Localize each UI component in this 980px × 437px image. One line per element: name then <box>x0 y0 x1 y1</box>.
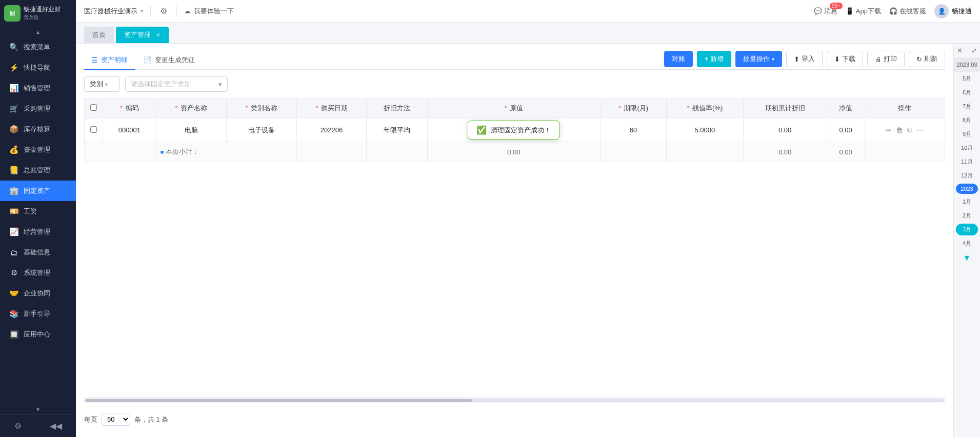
row-checkbox[interactable] <box>90 126 97 133</box>
sidebar-item-guide[interactable]: 📚 新手引导 <box>0 304 76 324</box>
tab-home[interactable]: 首页 <box>84 27 114 43</box>
settings-icon[interactable]: ⚙ <box>10 419 26 433</box>
experience-btn[interactable]: ☁ 我要体验一下 <box>184 7 234 16</box>
sidebar-item-system[interactable]: ⚙ 系统管理 <box>0 263 76 283</box>
month-10[interactable]: 10月 <box>954 141 980 155</box>
sidebar-item-label: 固定资产 <box>24 186 50 195</box>
import-button[interactable]: ⬆ 导入 <box>786 51 823 67</box>
sidebar-logo: 财 畅捷通好业财 普及版 <box>0 0 76 27</box>
experience-label: 我要体验一下 <box>194 7 234 16</box>
th-checkbox <box>85 98 103 118</box>
content-spacer <box>84 168 945 391</box>
sidebar-item-purchase[interactable]: 🛒 采购管理 <box>0 98 76 119</box>
list-icon: ☰ <box>91 56 98 64</box>
sidebar-scroll-up[interactable]: ▲ <box>0 27 76 37</box>
select-all-checkbox[interactable] <box>90 104 97 111</box>
tab-asset-mgmt[interactable]: 资产管理 ✕ <box>116 27 169 43</box>
copy-icon[interactable]: ⧉ <box>907 126 912 134</box>
sidebar-nav: 🔍 搜索菜单 ⚡ 快捷导航 📊 销售管理 🛒 采购管理 📦 库存核算 💰 资金管… <box>0 37 76 405</box>
download-button[interactable]: ⬇ 下载 <box>827 51 863 67</box>
new-label: + 新增 <box>705 54 724 64</box>
logo-icon: 财 <box>4 5 21 22</box>
system-icon: ⚙ <box>9 268 18 277</box>
sidebar-item-apps[interactable]: 🔲 应用中心 <box>0 324 76 345</box>
content-main: ☰ 资产明细 📄 变更生成凭证 对账 + 新增 批量操作 <box>76 44 953 437</box>
td-checkbox <box>85 118 103 142</box>
scrollbar-thumb[interactable] <box>85 399 472 402</box>
year-2023-badge[interactable]: 2023 <box>956 184 978 194</box>
expand-panel-icon[interactable]: ⤢ <box>971 47 977 54</box>
sidebar-scroll-down[interactable]: ▼ <box>0 405 76 414</box>
delete-icon[interactable]: 🗑 <box>896 126 903 134</box>
user-menu[interactable]: 👤 畅捷通 <box>934 4 972 18</box>
company-selector[interactable]: 医疗器械行业演示 ▾ <box>84 7 143 16</box>
reconcile-button[interactable]: 对账 <box>664 51 693 67</box>
sidebar-item-enterprise[interactable]: 🤝 企业协同 <box>0 283 76 304</box>
sub-tabs: ☰ 资产明细 📄 变更生成凭证 对账 + 新增 批量操作 <box>84 51 945 70</box>
month-11[interactable]: 11月 <box>954 155 980 169</box>
subtotal-row: ■ 本页小计： 0.00 0.00 <box>85 142 945 162</box>
date-panel-header[interactable]: 2023.03 <box>954 57 980 72</box>
sidebar-item-quicknav[interactable]: ⚡ 快捷导航 <box>0 57 76 78</box>
download-label: 下载 <box>842 54 855 64</box>
refresh-button[interactable]: ↻ 刷新 <box>909 51 945 67</box>
sidebar-item-inventory[interactable]: 📦 库存核算 <box>0 119 76 140</box>
month-2023-2[interactable]: 2月 <box>954 209 980 223</box>
month-5[interactable]: 5月 <box>954 72 980 86</box>
gear-icon[interactable]: ⚙ <box>158 4 169 18</box>
sub-tab-change-voucher[interactable]: 📄 变更生成凭证 <box>136 51 202 69</box>
month-12[interactable]: 12月 <box>954 169 980 183</box>
month-2023-3[interactable]: 3月 <box>956 224 978 235</box>
sidebar-item-label: 应用中心 <box>24 330 50 339</box>
month-2023-4[interactable]: 4月 <box>954 236 980 250</box>
sidebar-item-assets[interactable]: 🏢 固定资产 <box>0 181 76 201</box>
sidebar-item-search[interactable]: 🔍 搜索菜单 <box>0 37 76 57</box>
page-size-select[interactable]: 50 100 200 <box>102 413 130 426</box>
sidebar-item-payroll[interactable]: 💴 工资 <box>0 201 76 222</box>
sidebar-item-sales[interactable]: 📊 销售管理 <box>0 78 76 98</box>
sidebar-item-label: 企业协同 <box>24 289 50 298</box>
td-subtotal-period <box>600 142 666 162</box>
td-initial-accumulated: 0.00 <box>743 118 827 142</box>
print-button[interactable]: 🖨 打印 <box>867 51 905 67</box>
month-8[interactable]: 8月 <box>954 113 980 127</box>
topbar-right: 💬 消息 99+ 📱 App下载 🎧 在线客服 👤 畅捷通 <box>814 4 972 18</box>
sidebar-item-ledger[interactable]: 📒 总账管理 <box>0 160 76 181</box>
month-7[interactable]: 7月 <box>954 100 980 113</box>
td-residual-rate: 5.0000 <box>667 118 743 142</box>
close-panel-icon[interactable]: ✕ <box>957 47 963 54</box>
funds-icon: 💰 <box>9 145 18 154</box>
quicknav-icon: ⚡ <box>9 63 18 72</box>
sidebar-item-management[interactable]: 📈 经营管理 <box>0 222 76 242</box>
collapse-icon[interactable]: ◀◀ <box>46 419 66 433</box>
sub-tab-asset-detail[interactable]: ☰ 资产明细 <box>84 51 135 70</box>
assets-icon: 🏢 <box>9 186 18 195</box>
horizontal-scrollbar[interactable] <box>84 398 945 403</box>
month-2023-1[interactable]: 1月 <box>954 195 980 209</box>
new-button[interactable]: + 新增 <box>697 51 731 67</box>
phone-icon: 📱 <box>846 7 854 15</box>
message-btn[interactable]: 💬 消息 99+ <box>814 7 837 16</box>
category-filter[interactable]: 类别 ▾ <box>84 76 120 92</box>
company-name: 医疗器械行业演示 <box>84 7 137 16</box>
sidebar-item-base[interactable]: 🗂 基础信息 <box>0 242 76 263</box>
batch-button[interactable]: 批量操作 ▾ <box>735 51 782 67</box>
toolbar-right: 对账 + 新增 批量操作 ▾ ⬆ 导入 ⬇ 下载 <box>664 51 945 69</box>
more-icon[interactable]: ⋯ <box>916 126 924 134</box>
tab-home-label: 首页 <box>92 31 106 38</box>
td-purchase-date: 202206 <box>296 118 367 142</box>
tab-close-icon[interactable]: ✕ <box>156 32 161 38</box>
sidebar-item-label: 库存核算 <box>24 125 50 134</box>
sidebar-item-label: 销售管理 <box>24 84 50 93</box>
category-search-input[interactable]: 请选择固定资产类别 ▾ <box>125 76 228 92</box>
online-service-btn[interactable]: 🎧 在线客服 <box>889 7 926 16</box>
date-nav-down-icon[interactable]: ▼ <box>963 253 971 263</box>
app-download-btn[interactable]: 📱 App下载 <box>846 7 881 16</box>
purchase-icon: 🛒 <box>9 104 18 113</box>
month-6[interactable]: 6月 <box>954 86 980 100</box>
dropdown-chevron-icon: ▾ <box>105 82 108 87</box>
sidebar-item-label: 基础信息 <box>24 248 50 257</box>
sidebar-item-funds[interactable]: 💰 资金管理 <box>0 140 76 160</box>
edit-icon[interactable]: ✏ <box>886 126 892 134</box>
month-9[interactable]: 9月 <box>954 127 980 141</box>
